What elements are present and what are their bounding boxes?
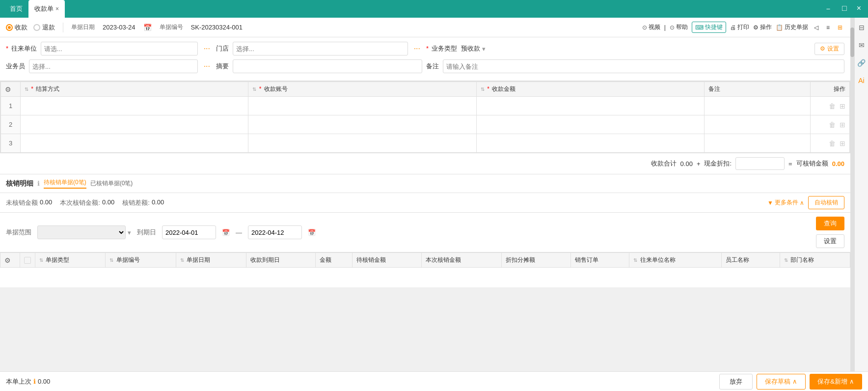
maximize-btn[interactable]: □ [839,3,850,15]
row2-copy-icon[interactable]: ⊞ [840,121,845,129]
staff-section: 业务员 ··· [6,59,212,73]
bottom-gear-icon[interactable]: ⚙ [4,256,11,264]
date-to-input[interactable] [248,225,302,239]
biz-type-value: 预收款 [461,44,480,53]
row1-delete-icon[interactable]: 🗑 [829,102,836,110]
minimize-btn[interactable]: － [821,3,835,15]
filter-select[interactable] [37,225,126,239]
select-all-checkbox[interactable] [24,257,31,264]
date-separator: — [236,229,242,236]
radio-refund[interactable]: 退款 [33,23,55,32]
row1-settle[interactable] [21,97,248,115]
row3-settle[interactable] [21,134,248,153]
staff-more-btn[interactable]: ··· [202,62,212,71]
partner-input[interactable] [41,42,198,56]
operations-btn[interactable]: ⚙ 操作 [753,23,772,31]
filter-actions: 查询 设置 [816,217,844,248]
chevron-down-icon[interactable]: ▾ [482,45,486,53]
row1-remark[interactable] [705,97,811,115]
form-row-1: * 往来单位 ··· 门店 ··· * 业务类型 预收款 ▾ [6,41,844,56]
ops-icon: ⚙ [753,24,759,31]
partner-required: * [6,45,8,52]
row2-amount[interactable] [476,115,704,134]
abstract-input[interactable] [233,59,422,73]
shop-more-btn[interactable]: ··· [412,44,422,53]
th-partner-name: ⇅ 往来单位名称 [629,253,721,268]
row2-remark[interactable] [705,115,811,134]
done-tab[interactable]: 已核销单据(0笔) [90,179,133,188]
table-gear-icon[interactable]: ⚙ [5,85,11,93]
row3-copy-icon[interactable]: ⊞ [840,140,845,147]
grid-layout-btn[interactable]: ⊞ [836,23,844,32]
th-gear-bottom[interactable]: ⚙ [0,253,20,268]
row3-amount[interactable] [476,134,704,153]
radio-receipt[interactable]: 收款 [6,23,27,32]
remark-input[interactable] [443,59,844,73]
filter-setting-button[interactable]: 设置 [816,234,844,248]
sidebar-ai-icon[interactable]: Ai [856,75,866,86]
row2-settle[interactable] [21,115,248,134]
info-icon[interactable]: ℹ [37,180,40,187]
help-btn[interactable]: ⊙ 帮助 [670,23,688,31]
date-icon[interactable]: 📅 [143,24,152,31]
th-pending-amount: 待核销金额 [353,253,422,268]
unverified-label: 未核销金额 [6,198,38,207]
cal-to-icon[interactable]: 📅 [308,229,316,236]
shortcut-btn[interactable]: ⌨ 快捷键 [692,22,726,33]
row-num-2: 2 [1,115,21,134]
tab-close[interactable]: × [55,5,59,12]
th-gear[interactable]: ⚙ [1,82,21,97]
remark-label: 备注 [426,62,439,71]
receipt-type-group: 收款 退款 [6,23,55,32]
query-button[interactable]: 查询 [816,217,844,230]
row2-account[interactable] [248,115,476,134]
stats-right: ▼ 更多条件 ∧ 自动核销 [767,196,844,209]
shop-section: 门店 ··· [216,42,422,56]
save-draft-button[interactable]: 保存草稿 ∧ [757,374,806,390]
prev-layout-btn[interactable]: ◁ [812,23,820,32]
scrollbar[interactable] [850,18,854,391]
more-filter-btn[interactable]: ▼ 更多条件 ∧ [767,198,804,207]
circle-icon: ⊙ [642,24,647,31]
filter-icon: ▼ [767,199,773,206]
close-btn[interactable]: × [854,3,864,15]
tab-home[interactable]: 首页 [4,0,28,18]
print-btn[interactable]: 🖨 打印 [730,23,749,31]
history-btn[interactable]: 📋 历史单据 [776,23,808,31]
partner-more-btn[interactable]: ··· [202,44,212,53]
sidebar-attach-icon[interactable]: 🔗 [855,57,868,69]
list-layout-btn[interactable]: ≡ [824,23,832,32]
sidebar-table-icon[interactable]: ⊟ [857,22,867,33]
date-from-input[interactable] [162,225,216,239]
row3-delete-icon[interactable]: 🗑 [829,140,836,147]
filter-label: 单据范围 [6,228,31,237]
tab-receipt[interactable]: 收款单 × [28,0,65,18]
th-checkbox[interactable] [20,253,35,268]
abandon-button[interactable]: 放弃 [719,374,753,390]
row2-delete-icon[interactable]: 🗑 [829,121,836,129]
video-btn[interactable]: ⊙ 视频 [642,23,660,31]
scroll-thumb[interactable] [850,28,854,57]
tab-bar: 首页 收款单 × － □ × [0,0,868,18]
footer-info-icon[interactable]: ℹ [33,378,36,385]
biz-type-select[interactable]: 预收款 ▾ [461,44,486,53]
th-amount: ⇅ * 收款金额 [476,82,704,97]
filter-chevron-icon[interactable]: ▾ [128,229,131,236]
row3-account[interactable] [248,134,476,153]
cal-from-icon[interactable]: 📅 [222,229,230,236]
discount-input[interactable] [735,157,785,170]
th-order: 销售订单 [571,253,629,268]
auto-verification-btn[interactable]: 自动核销 [808,196,844,209]
row1-account[interactable] [248,97,476,115]
save-new-button[interactable]: 保存&新增 ∧ [810,374,862,390]
sidebar-mail-icon[interactable]: ✉ [857,39,867,51]
pending-tab[interactable]: 待核销单据(0笔) [44,178,86,189]
row1-copy-icon[interactable]: ⊞ [840,102,845,110]
toolbar-right: ⊙ 视频 | ⊙ 帮助 ⌨ 快捷键 🖨 打印 ⚙ 操作 📋 历史单据 [642,22,844,33]
shop-input[interactable] [233,42,408,56]
settings-button[interactable]: ⚙ 设置 [814,43,844,55]
row1-amount[interactable] [476,97,704,115]
staff-input[interactable] [29,59,198,73]
row3-remark[interactable] [705,134,811,153]
current-value: 0.00 [102,198,114,207]
